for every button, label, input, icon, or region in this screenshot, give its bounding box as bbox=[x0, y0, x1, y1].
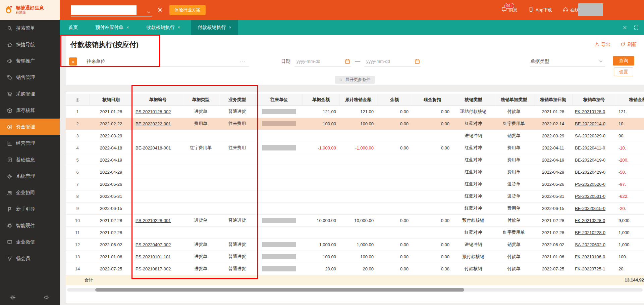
cell-value-verify_doc[interactable]: FK-20210228-0 bbox=[575, 218, 605, 223]
calendar-icon[interactable] bbox=[415, 59, 420, 64]
table-row[interactable]: 142022-07-25PS-20210817-002进货单普通进货20.002… bbox=[66, 263, 644, 275]
column-header-往来单位[interactable]: 往来单位 bbox=[256, 94, 303, 105]
cell-value-verify_doc[interactable]: FK-20210106-0 bbox=[575, 254, 605, 259]
column-header-单据类型[interactable]: 单据类型 bbox=[183, 94, 219, 105]
column-header-核销单据号[interactable]: 核销单据号 bbox=[572, 94, 616, 105]
horizontal-scrollbar[interactable] bbox=[67, 288, 643, 292]
column-header-核销金额[interactable]: 核销金额 bbox=[616, 94, 644, 105]
cell-value-verify_doc[interactable]: BE-20220411-0 bbox=[575, 145, 605, 150]
cell-biz_type bbox=[219, 154, 256, 166]
cell-value-doc[interactable]: PS-20210817-002 bbox=[136, 266, 171, 271]
cell-value-doc[interactable]: PS-20210128-002 bbox=[136, 109, 171, 114]
messages-button[interactable]: 99+ 消息 bbox=[501, 7, 518, 13]
table-row[interactable]: 82022-05-31红蓝对冲进货单2022-05-31PS-20220531-… bbox=[66, 190, 644, 202]
cell-value-verify_doc[interactable]: BE-20210228-0 bbox=[575, 230, 605, 235]
cell-value-doc[interactable]: PS-20220407-002 bbox=[136, 242, 171, 247]
table-row[interactable]: 72022-05-26红蓝对冲进货单2022-05-26PS-20220526-… bbox=[66, 178, 644, 190]
app-download-button[interactable]: App下载 bbox=[528, 7, 552, 13]
table-row[interactable]: 132021-01-06PS-20210101-101进货单普通进货100.00… bbox=[66, 251, 644, 263]
sidebar-item-资金管理[interactable]: 资金管理 bbox=[0, 119, 60, 135]
date-filter-label: 日期 bbox=[281, 58, 290, 64]
column-header-核销单据日期[interactable]: 核销单据日期 bbox=[534, 94, 572, 105]
cell-value-verify_doc[interactable]: SA-20220329-0 bbox=[575, 133, 605, 138]
table-row[interactable]: 112021-02-28红蓝对冲红字费用单2021-02-28BE-202102… bbox=[66, 226, 644, 238]
column-header-业务类型[interactable]: 业务类型 bbox=[219, 94, 256, 105]
column-header-现金折扣[interactable]: 现金折扣 bbox=[412, 94, 453, 105]
speaker-icon[interactable] bbox=[44, 295, 50, 300]
table-row[interactable]: 62022-04-29红蓝对冲费用单2022-04-29BE-20220429-… bbox=[66, 166, 644, 178]
tab-首页[interactable]: 首页 bbox=[62, 20, 85, 35]
sidebar-item-采购管理[interactable]: 采购管理 bbox=[0, 86, 60, 102]
cell-value-verify_doc[interactable]: BE-20220615-0 bbox=[575, 206, 605, 211]
doc-type-dropdown[interactable]: 单据类型 bbox=[530, 56, 605, 67]
settings-gear-icon[interactable] bbox=[10, 295, 16, 300]
cell-value-verify_doc[interactable]: BE-20220214-0 bbox=[575, 121, 605, 126]
column-header-核销日期[interactable]: 核销日期 bbox=[89, 94, 133, 105]
export-button[interactable]: 导出 bbox=[594, 42, 610, 48]
sidebar-item-企业微信[interactable]: 企业微信 bbox=[0, 234, 60, 250]
fullscreen-icon[interactable] bbox=[634, 25, 639, 30]
more-options-icon[interactable]: ··· bbox=[239, 58, 246, 64]
cell-value-doc[interactable]: BE-20220418-001 bbox=[136, 145, 171, 150]
close-all-tabs-icon[interactable] bbox=[623, 25, 627, 30]
sidebar-item-库存核算[interactable]: 库存核算 bbox=[0, 102, 60, 119]
sidebar-item-新手引导[interactable]: 新手引导 bbox=[0, 201, 60, 217]
cell-value-verify_doc[interactable]: FK-20220725-1 bbox=[575, 266, 605, 271]
table-row[interactable]: 12021-01-28PS-20210128-002进货单普通进货121.001… bbox=[66, 105, 644, 118]
partner-filter-field[interactable]: 往来单位 ··· bbox=[81, 56, 249, 67]
table-row[interactable]: 122022-06-02PS-20220407-002进货单普通进货1,000.… bbox=[66, 238, 644, 251]
cell-value-doc[interactable]: PS-20210101-101 bbox=[136, 254, 171, 259]
gear-icon[interactable] bbox=[157, 7, 163, 13]
org-selector[interactable] bbox=[71, 4, 152, 16]
table-row[interactable]: 92022-06-15红蓝对冲费用单2022-06-15BE-20220615-… bbox=[66, 202, 644, 214]
sidebar-item-智能硬件[interactable]: 智能硬件 bbox=[0, 217, 60, 234]
cell-value-verify_doc[interactable]: PS-20220526-0 bbox=[575, 182, 605, 187]
column-header-单据金额[interactable]: 单据金额 bbox=[303, 94, 339, 105]
tab-预付冲应付单[interactable]: 预付冲应付单× bbox=[89, 20, 136, 35]
cell-value-verify_doc[interactable]: BE-20220419-0 bbox=[575, 158, 605, 163]
calendar-icon[interactable] bbox=[345, 59, 350, 64]
column-header-核销单据类型[interactable]: 核销单据类型 bbox=[494, 94, 534, 105]
settings-button[interactable]: 设置 bbox=[614, 68, 633, 76]
sidebar-item-销售管理[interactable]: 销售管理 bbox=[0, 69, 60, 86]
table-row[interactable]: 42022-04-18BE-20220418-001红字费用单往来费用-1,00… bbox=[66, 142, 644, 154]
column-header-核销类型[interactable]: 核销类型 bbox=[453, 94, 494, 105]
cell-value-verify_doc[interactable]: BE-20220429-0 bbox=[575, 170, 605, 175]
table-row[interactable]: 52022-04-19红蓝对冲费用单2022-04-19BE-20220419-… bbox=[66, 154, 644, 166]
cell-value-date: 2022-03-29 bbox=[100, 133, 122, 138]
cell-value-verify_doc[interactable]: SA-20220602-0 bbox=[575, 242, 605, 247]
cell-value-verify_doc[interactable]: PS-20220531-0 bbox=[575, 194, 605, 199]
column-header-累计核销金额[interactable]: 累计核销金额 bbox=[339, 94, 377, 105]
tab-收款核销执行[interactable]: 收款核销执行× bbox=[140, 20, 187, 35]
date-from-input[interactable]: yyyy-mm-dd bbox=[294, 56, 351, 67]
tab-close-icon[interactable]: × bbox=[126, 25, 129, 30]
expand-filters-icon[interactable]: » bbox=[69, 57, 77, 66]
tab-close-icon[interactable]: × bbox=[229, 25, 231, 30]
column-settings-header[interactable] bbox=[66, 94, 89, 105]
table-row[interactable]: 32022-03-29进销冲销销货单2022-03-29SA-20220329-… bbox=[66, 130, 644, 142]
sidebar-item-营销推广[interactable]: 营销推广 bbox=[0, 53, 60, 69]
trial-solution-button[interactable]: 体验行业方案 bbox=[169, 5, 206, 15]
date-to-input[interactable]: yyyy-mm-dd bbox=[364, 56, 421, 67]
query-button[interactable]: 查询 bbox=[613, 56, 634, 66]
cell-value-verify_doc[interactable]: FK-20210128-0 bbox=[575, 109, 605, 114]
sidebar-item-搜索菜单[interactable]: 搜索菜单 bbox=[0, 20, 60, 36]
scrollbar-thumb[interactable] bbox=[95, 288, 464, 292]
refresh-button[interactable]: 刷新 bbox=[621, 42, 637, 48]
sidebar-item-基础信息[interactable]: 基础信息 bbox=[0, 151, 60, 168]
tab-close-icon[interactable]: × bbox=[178, 25, 180, 30]
table-row[interactable]: 102021-02-28PS-20210228-001进货单普通进货10,000… bbox=[66, 214, 644, 226]
cell-value-doc[interactable]: BE-20220222-001 bbox=[136, 121, 171, 126]
sidebar-item-系统管理[interactable]: 系统管理 bbox=[0, 168, 60, 184]
sidebar-item-经营管理[interactable]: 经营管理 bbox=[0, 135, 60, 151]
expand-more-conditions-button[interactable]: 展开更多条件 bbox=[335, 76, 375, 84]
column-header-单据编号[interactable]: 单据编号 bbox=[133, 94, 183, 105]
cell-value-doc[interactable]: PS-20210228-001 bbox=[136, 218, 171, 223]
table-row[interactable]: 22022-02-22BE-20220222-001费用单往来费用100.001… bbox=[66, 118, 644, 130]
column-header-余额[interactable]: 余额 bbox=[377, 94, 412, 105]
sidebar-item-畅会员[interactable]: 畅会员 bbox=[0, 250, 60, 267]
sidebar-item-快捷导航[interactable]: 快捷导航 bbox=[0, 36, 60, 53]
tab-付款核销执行[interactable]: 付款核销执行× bbox=[191, 20, 238, 35]
sidebar-item-企业协同[interactable]: 企业协同 bbox=[0, 184, 60, 201]
cell-date: 2022-03-29 bbox=[89, 130, 133, 142]
